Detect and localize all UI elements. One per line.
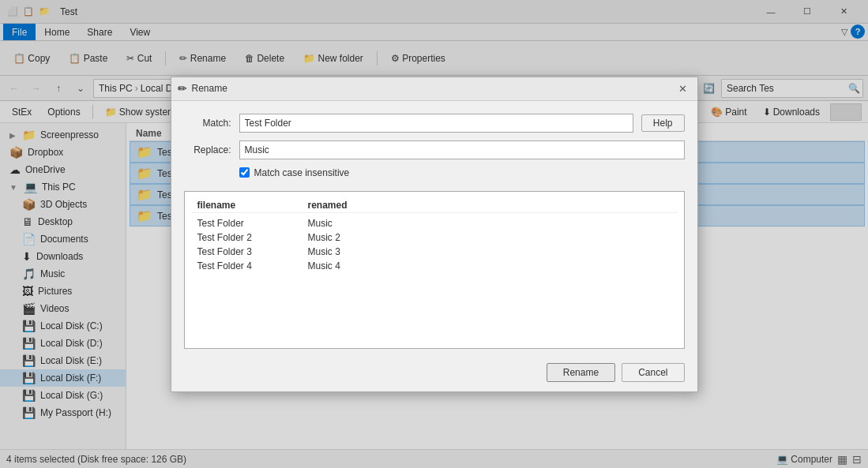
match-case-checkbox[interactable]: [239, 167, 250, 178]
preview-row-2-filename: Test Folder 3: [197, 246, 276, 257]
preview-row-2: Test Folder 3 Music 3: [191, 245, 678, 259]
dialog-body: Match: Help Replace: Match case insensit…: [171, 101, 697, 191]
preview-row-1-filename: Test Folder 2: [197, 232, 276, 243]
dialog-title-text: Rename: [192, 83, 675, 94]
match-input[interactable]: [239, 114, 633, 133]
preview-row-3-filename: Test Folder 4: [197, 260, 276, 271]
dialog-close-button[interactable]: ✕: [675, 80, 691, 96]
preview-col1-header: filename: [197, 200, 276, 211]
replace-row: Replace:: [184, 140, 685, 159]
match-case-label: Match case insensitive: [254, 167, 350, 178]
cancel-button[interactable]: Cancel: [622, 363, 684, 382]
checkbox-row: Match case insensitive: [184, 167, 685, 178]
preview-row-3: Test Folder 4 Music 4: [191, 259, 678, 273]
replace-input[interactable]: [239, 140, 685, 159]
match-row: Match: Help: [184, 114, 685, 133]
preview-row-1-renamed: Music 2: [308, 232, 371, 243]
preview-row-0: Test Folder Music: [191, 216, 678, 230]
dialog-titlebar: ✏ Rename ✕: [171, 77, 697, 101]
preview-row-0-filename: Test Folder: [197, 218, 276, 229]
rename-dialog: ✏ Rename ✕ Match: Help Replace: Match ca…: [171, 77, 698, 392]
dialog-title-icon: ✏: [178, 82, 187, 95]
preview-row-0-renamed: Music: [308, 218, 371, 229]
help-button[interactable]: Help: [641, 114, 685, 132]
preview-row-2-renamed: Music 3: [308, 246, 371, 257]
replace-label: Replace:: [184, 144, 231, 155]
preview-col2-header: renamed: [308, 200, 371, 211]
dialog-preview: filename renamed Test Folder Music Test …: [184, 191, 685, 349]
preview-row-1: Test Folder 2 Music 2: [191, 230, 678, 245]
preview-row-3-renamed: Music 4: [308, 260, 371, 271]
match-label: Match:: [184, 118, 231, 129]
dialog-overlay: ✏ Rename ✕ Match: Help Replace: Match ca…: [0, 0, 868, 468]
rename-button[interactable]: Rename: [547, 363, 615, 382]
dialog-footer: Rename Cancel: [171, 357, 697, 391]
preview-header: filename renamed: [191, 198, 678, 213]
